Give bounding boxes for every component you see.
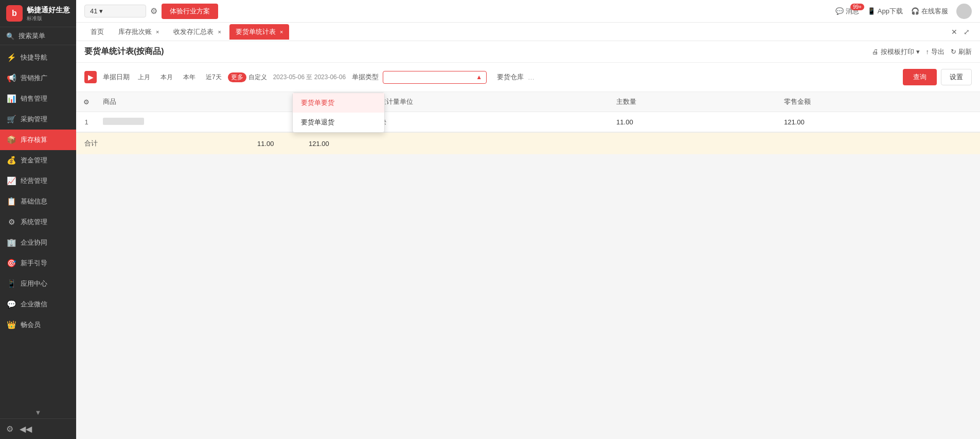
row-index: 1	[76, 112, 97, 132]
tabs-expand-icon[interactable]: ⤢	[961, 27, 972, 37]
purchase-icon: 🛒	[6, 114, 16, 124]
date-shortcut-this-month[interactable]: 本月	[156, 72, 177, 83]
members-label: 畅会员	[21, 320, 41, 330]
operations-icon: 📈	[6, 176, 16, 186]
sidebar-item-inventory[interactable]: 📦 库存核算	[0, 130, 76, 150]
type-filter-chevron-up-icon[interactable]: ▲	[476, 74, 482, 81]
export-button[interactable]: ↑ 导出	[926, 47, 945, 57]
store-name: 41	[90, 7, 97, 15]
topbar: 41 ▾ ⚙ 体验行业方案 💬 消息 99+ 📱 App下载 🎧 在线客服	[76, 0, 980, 23]
date-custom-btn[interactable]: 自定义	[248, 73, 267, 82]
logo-sub: 标准版	[27, 15, 70, 22]
topbar-settings-icon[interactable]: ⚙	[150, 6, 157, 16]
topbar-left: 41 ▾ ⚙ 体验行业方案	[84, 4, 829, 19]
date-shortcuts: 上月 本月 本年 近7天 更多 自定义	[134, 72, 267, 83]
sidebar-collapse-icon[interactable]: ◀◀	[20, 424, 32, 434]
sidebar-bottom: ⚙ ◀◀	[0, 418, 76, 439]
tab-receive-summary[interactable]: 收发存汇总表×	[167, 24, 227, 40]
table-header-quantity: 主数量	[610, 92, 778, 112]
type-filter-input[interactable]	[387, 74, 474, 81]
sidebar-item-sales[interactable]: 📊 销售管理	[0, 88, 76, 109]
row-quantity: 11.00	[610, 112, 778, 132]
date-shortcut-7days[interactable]: 近7天	[202, 72, 226, 83]
logo-area: b 畅捷通好生意 标准版	[0, 0, 76, 27]
messages-badge: 99+	[850, 4, 864, 10]
sidebar-item-guide[interactable]: 🎯 新手引导	[0, 253, 76, 273]
summary-quantity: 11.00	[257, 140, 309, 148]
inventory-icon: 📦	[6, 135, 16, 145]
inventory-batch-tab-label: 库存批次账	[118, 27, 152, 36]
sidebar-item-basic-info[interactable]: 📋 基础信息	[0, 191, 76, 212]
date-shortcut-last-month[interactable]: 上月	[134, 72, 154, 83]
finance-icon: 💰	[6, 155, 16, 166]
warehouse-more-icon[interactable]: …	[528, 74, 534, 81]
sidebar-settings-icon[interactable]: ⚙	[6, 424, 13, 434]
system-label: 系统管理	[21, 217, 47, 227]
date-shortcut-more[interactable]: 更多	[228, 72, 246, 82]
sidebar-item-members[interactable]: 👑 畅会员	[0, 315, 76, 335]
sidebar-item-app-center[interactable]: 📱 应用中心	[0, 273, 76, 294]
inventory-batch-tab-close[interactable]: ×	[156, 29, 159, 35]
basic-info-label: 基础信息	[21, 197, 47, 206]
online-service-btn[interactable]: 🎧 在线客服	[911, 7, 948, 16]
sidebar-nav: ⚡ 快捷导航 📢 营销推广 📊 销售管理 🛒 采购管理 📦 库存核算 💰 资金管…	[0, 45, 76, 407]
tab-order-summary[interactable]: 要货单统计表×	[229, 24, 289, 40]
warehouse-filter-label: 要货仓库	[497, 72, 524, 82]
sidebar-item-marketing[interactable]: 📢 营销推广	[0, 68, 76, 88]
sidebar-item-operations[interactable]: 📈 经营管理	[0, 171, 76, 191]
row-amount: 121.00	[778, 112, 980, 132]
page-header-actions: 🖨 按模板打印 ▾ ↑ 导出 ↻ 刷新	[872, 47, 972, 57]
sidebar-item-wechat[interactable]: 💬 企业微信	[0, 294, 76, 315]
receive-summary-tab-close[interactable]: ×	[218, 29, 221, 35]
page-content: 要货单统计表(按商品) 🖨 按模板打印 ▾ ↑ 导出 ↻ 刷新 ▶	[76, 41, 980, 439]
filter-settings-button[interactable]: 设置	[941, 69, 972, 85]
scroll-down-arrow[interactable]: ▼	[0, 407, 76, 418]
app-download-label: App下载	[878, 7, 903, 16]
dropdown-item-order-return[interactable]: 要货单退货	[293, 113, 384, 132]
app-download-icon: 📱	[867, 7, 876, 15]
tab-inventory-batch[interactable]: 库存批次账×	[112, 24, 165, 40]
date-filter-group: 单据日期 上月 本月 本年 近7天 更多 自定义 2023-05-06 至 20…	[103, 72, 346, 83]
filter-expand-button[interactable]: ▶	[84, 71, 97, 83]
refresh-button[interactable]: ↻ 刷新	[951, 47, 972, 57]
filter-area: ▶ 单据日期 上月 本月 本年 近7天 更多 自定义 2023-05-06 至 …	[76, 63, 980, 92]
sidebar-item-system[interactable]: ⚙ 系统管理	[0, 212, 76, 232]
tab-home[interactable]: 首页	[84, 24, 110, 40]
date-shortcut-this-year[interactable]: 本年	[179, 72, 200, 83]
app-download-btn[interactable]: 📱 App下载	[867, 7, 903, 16]
table-settings-header[interactable]: ⚙	[76, 92, 97, 112]
warehouse-filter-group: 要货仓库 …	[497, 72, 534, 82]
table-container: ⚙ 商品 主计量单位 主数量 零售金额 1 块 11.00 121.00	[76, 92, 980, 132]
app-center-icon: 📱	[6, 279, 16, 289]
sidebar-item-finance[interactable]: 💰 资金管理	[0, 150, 76, 171]
table-row: 1 块 11.00 121.00	[76, 112, 980, 132]
sidebar-item-quick-nav[interactable]: ⚡ 快捷导航	[0, 47, 76, 68]
user-avatar[interactable]	[956, 4, 972, 19]
sidebar-item-enterprise[interactable]: 🏢 企业协同	[0, 232, 76, 253]
messages-btn[interactable]: 💬 消息 99+	[835, 7, 859, 16]
industry-button[interactable]: 体验行业方案	[162, 4, 218, 19]
online-service-label: 在线客服	[921, 7, 948, 16]
export-icon: ↑	[926, 48, 930, 56]
enterprise-label: 企业协同	[21, 238, 47, 247]
query-button[interactable]: 查询	[903, 69, 937, 85]
guide-label: 新手引导	[21, 259, 47, 268]
tabs-close-all-icon[interactable]: ✕	[949, 27, 959, 37]
sales-icon: 📊	[6, 94, 16, 104]
summary-amount: 121.00	[309, 140, 360, 148]
sidebar-item-purchase[interactable]: 🛒 采购管理	[0, 109, 76, 130]
order-summary-tab-close[interactable]: ×	[280, 29, 283, 35]
purchase-label: 采购管理	[21, 115, 47, 124]
wechat-label: 企业微信	[21, 300, 47, 309]
system-icon: ⚙	[6, 217, 16, 227]
print-chevron-icon: ▾	[916, 48, 920, 56]
print-button[interactable]: 🖨 按模板打印 ▾	[872, 47, 920, 57]
store-selector[interactable]: 41 ▾	[84, 5, 146, 17]
marketing-icon: 📢	[6, 73, 16, 83]
type-filter-select[interactable]: ▲	[383, 71, 487, 84]
logo-main: 畅捷通好生意	[27, 5, 70, 14]
search-menu[interactable]: 🔍 搜索菜单	[0, 27, 76, 45]
finance-label: 资金管理	[21, 156, 47, 165]
dropdown-item-order-purchase[interactable]: 要货单要货	[293, 93, 384, 113]
export-label: 导出	[931, 47, 945, 57]
